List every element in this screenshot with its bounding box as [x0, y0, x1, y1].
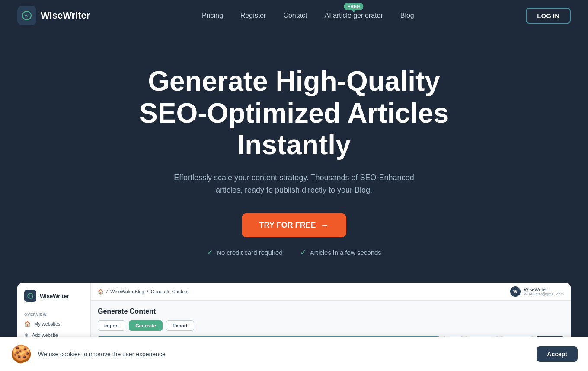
breadcrumb-page: Generate Content	[151, 289, 189, 294]
accept-cookies-button[interactable]: Accept	[537, 346, 578, 362]
sidebar-my-websites[interactable]: 🏠 My websites	[17, 318, 90, 330]
nav-register[interactable]: Register	[240, 12, 266, 19]
breadcrumb: 🏠 / WiseWriter Blog / Generate Content	[98, 289, 189, 295]
cookie-icon: 🍪	[10, 344, 32, 364]
logo-icon	[17, 6, 36, 25]
preview-logo: WiseWriter	[17, 290, 90, 309]
check-icon-1: ✓	[207, 247, 213, 257]
badge-text-1: No credit card required	[217, 249, 283, 256]
generate-button[interactable]: Generate	[129, 320, 163, 331]
badge-text-2: Articles in a few seconds	[310, 249, 381, 256]
badge-no-credit-card: ✓ No credit card required	[207, 247, 283, 257]
hero-title-line2: SEO-Optimized Articles	[139, 98, 449, 129]
import-button[interactable]: Import	[98, 320, 125, 331]
cookie-left: 🍪 We use cookies to improve the user exp…	[10, 344, 166, 364]
user-email: Wisewriter@gmail.com	[524, 292, 564, 296]
try-free-label: TRY FOR FREE	[259, 221, 316, 230]
hero-title: Generate High-Quality SEO-Optimized Arti…	[17, 66, 571, 161]
nav-ai-article-wrapper: FREE AI article generator	[325, 12, 383, 19]
cookie-banner: 🍪 We use cookies to improve the user exp…	[0, 337, 588, 371]
sidebar-my-websites-label: My websites	[34, 321, 61, 327]
house-icon: 🏠	[24, 321, 31, 327]
nav-ai-article[interactable]: AI article generator	[325, 12, 383, 19]
nav-blog[interactable]: Blog	[400, 12, 414, 19]
action-buttons: Import Generate Export	[98, 320, 564, 331]
page-title: Generate Content	[98, 308, 564, 315]
preview-logo-text: WiseWriter	[40, 293, 69, 299]
arrow-icon: →	[320, 220, 329, 230]
login-button[interactable]: LOG IN	[526, 8, 571, 24]
hero-badges: ✓ No credit card required ✓ Articles in …	[17, 247, 571, 257]
hero-subtitle: Effortlessly scale your content strategy…	[164, 171, 424, 197]
logo[interactable]: WiseWriter	[17, 6, 90, 25]
hero-section: Generate High-Quality SEO-Optimized Arti…	[0, 31, 588, 283]
cookie-text: We use cookies to improve the user exper…	[38, 351, 166, 358]
navbar: WiseWriter Pricing Register Contact FREE…	[0, 0, 588, 31]
nav-pricing[interactable]: Pricing	[202, 12, 223, 19]
hero-title-line1: Generate High-Quality	[148, 66, 440, 97]
breadcrumb-home-icon: 🏠	[98, 289, 104, 295]
logo-text: WiseWriter	[41, 10, 90, 21]
breadcrumb-blog: WiseWriter Blog	[110, 289, 144, 294]
hero-title-line3: Instantly	[237, 129, 351, 160]
nav-contact[interactable]: Contact	[283, 12, 307, 19]
preview-topbar: 🏠 / WiseWriter Blog / Generate Content W…	[91, 283, 571, 301]
user-name: WiseWriter	[524, 287, 564, 292]
badge-articles: ✓ Articles in a few seconds	[300, 247, 381, 257]
try-free-button[interactable]: TRY FOR FREE →	[242, 213, 346, 237]
user-info: W WiseWriter Wisewriter@gmail.com	[510, 286, 564, 297]
free-badge: FREE	[344, 3, 363, 10]
nav-links: Pricing Register Contact FREE AI article…	[202, 12, 414, 19]
preview-logo-icon	[24, 290, 36, 302]
avatar: W	[510, 286, 521, 297]
export-button[interactable]: Export	[166, 320, 194, 331]
check-icon-2: ✓	[300, 247, 307, 257]
user-name-block: WiseWriter Wisewriter@gmail.com	[524, 287, 564, 296]
sidebar-overview-label: Overview	[17, 309, 90, 318]
